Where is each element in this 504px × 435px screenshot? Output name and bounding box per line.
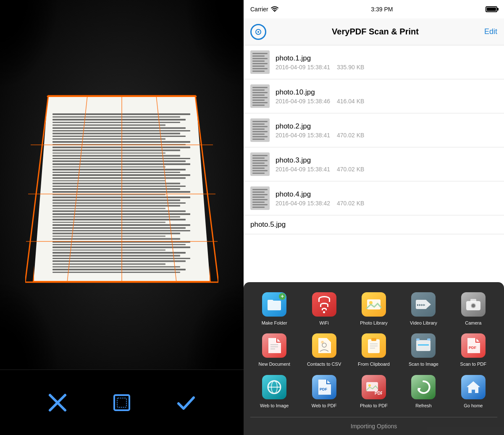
web-to-image-icon [262,375,286,399]
svg-marker-44 [467,381,480,393]
file-thumbnail [250,118,270,142]
crop-icon [111,392,133,414]
scan-toolbar [0,369,244,435]
cancel-icon [47,392,68,414]
action-web-to-image[interactable]: Web to Image [250,373,298,410]
status-right [486,6,497,12]
action-go-home[interactable]: Go home [449,373,497,410]
web-to-image-label: Web to Image [260,403,289,409]
file-date: 2016-04-09 15:38:46 [276,98,330,105]
svg-point-11 [274,10,275,12]
make-folder-icon [262,292,286,317]
file-meta: 2016-04-09 15:38:46416.04 KB [276,98,497,105]
action-photo-library[interactable]: Photo Library [350,291,398,328]
scan-to-pdf-label: Scan to PDF [460,361,486,367]
settings-inner-icon [255,29,261,35]
action-from-clipboard[interactable]: From Clipboard [350,332,398,369]
action-new-document[interactable]: New Document [250,332,298,369]
file-date: 2016-04-09 15:38:41 [276,132,330,139]
from-clipboard-icon [362,333,386,358]
scan-area [0,0,244,369]
file-item[interactable]: photo.4.jpg2016-04-09 15:38:42470.02 KB [244,181,504,215]
refresh-icon [411,375,436,399]
svg-rect-9 [114,395,129,410]
new-document-label: New Document [259,361,290,367]
go-home-icon [461,375,486,399]
svg-rect-18 [470,299,476,302]
action-wifi[interactable]: WiFi [300,291,348,328]
new-document-icon [262,333,286,358]
document-scan [25,84,218,286]
file-item[interactable]: photo.2.jpg2016-04-09 15:38:41470.02 KB [244,113,504,147]
action-camera[interactable]: Camera [449,291,497,328]
file-size: 470.02 KB [337,166,364,173]
cancel-button[interactable] [47,392,68,414]
make-folder-label: Make Folder [262,320,287,326]
nav-bar: VeryPDF Scan & Print Edit [244,18,504,45]
web-to-pdf-icon: PDF [312,375,336,399]
action-contacts-csv[interactable]: @Contacts to CSV [300,332,348,369]
svg-rect-33 [416,338,420,341]
crop-button[interactable] [111,392,133,414]
action-footer: Importing Options [250,417,497,435]
from-clipboard-label: From Clipboard [358,361,390,367]
action-scan-to-pdf[interactable]: PDFScan to PDF [449,332,497,369]
file-name: photo.10.jpg [276,88,497,97]
scan-to-pdf-icon: PDF [461,333,486,358]
file-thumbnail [250,152,270,176]
action-sheet: Make FolderWiFiPhoto Library▶▶▶▶Video Li… [244,282,504,435]
file-item[interactable]: photo.3.jpg2016-04-09 15:38:41470.02 KB [244,147,504,181]
svg-text:▶▶▶▶: ▶▶▶▶ [417,304,425,306]
contacts-csv-label: Contacts to CSV [307,361,341,367]
svg-rect-27 [371,338,376,341]
action-video-library[interactable]: ▶▶▶▶Video Library [399,291,447,328]
file-meta: 2016-04-09 15:38:41335.90 KB [276,64,497,71]
scan-to-image-label: Scan to Image [409,361,438,367]
svg-line-6 [156,96,176,282]
video-library-label: Video Library [410,320,437,326]
photo-to-pdf-label: Photo to PDF [360,403,388,409]
file-thumbnail [250,50,270,74]
camera-label: Camera [465,320,481,326]
action-refresh[interactable]: Refresh [399,373,447,410]
file-size: 416.04 KB [337,98,364,105]
web-to-pdf-label: Web to PDF [312,403,337,409]
settings-icon[interactable] [250,24,266,40]
action-make-folder[interactable]: Make Folder [250,291,298,328]
svg-point-41 [368,384,371,387]
wifi-icon [271,6,278,13]
battery-icon [486,6,497,12]
file-item[interactable]: photo.10.jpg2016-04-09 15:38:46416.04 KB [244,79,504,113]
file-size: 470.02 KB [337,200,364,207]
file-name: photo.3.jpg [276,156,497,165]
go-home-label: Go home [464,403,483,409]
carrier-label: Carrier [250,6,268,13]
wifi-icon [312,292,336,317]
file-name: photo.2.jpg [276,122,497,131]
file-item-partial[interactable]: photo.5.jpg [244,215,504,234]
file-meta: 2016-04-09 15:38:41470.02 KB [276,166,497,173]
camera-icon [461,292,486,317]
status-bar: Carrier 3:39 PM [244,0,504,18]
camera-view-panel [0,0,244,435]
file-name: photo.1.jpg [276,54,497,63]
action-web-to-pdf[interactable]: PDFWeb to PDF [300,373,348,410]
action-grid: Make FolderWiFiPhoto Library▶▶▶▶Video Li… [250,291,497,417]
status-left: Carrier [250,6,278,13]
file-date: 2016-04-09 15:38:41 [276,64,330,71]
confirm-button[interactable] [175,392,197,414]
confirm-icon [175,392,197,414]
edit-button[interactable]: Edit [484,27,497,36]
svg-text:PDF: PDF [375,391,382,395]
file-size: 470.02 KB [337,132,364,139]
action-photo-to-pdf[interactable]: PDFPhoto to PDF [350,373,398,410]
scan-to-image-icon [411,333,436,358]
file-item[interactable]: photo.1.jpg2016-04-09 15:38:41335.90 KB [244,45,504,79]
app-title: VeryPDF Scan & Print [271,27,479,37]
svg-rect-32 [418,344,429,346]
action-scan-to-image[interactable]: Scan to Image [399,332,447,369]
file-name: photo.4.jpg [276,190,497,199]
svg-rect-10 [117,398,126,407]
contacts-csv-icon: @ [312,333,336,358]
file-meta: 2016-04-09 15:38:42470.02 KB [276,200,497,207]
